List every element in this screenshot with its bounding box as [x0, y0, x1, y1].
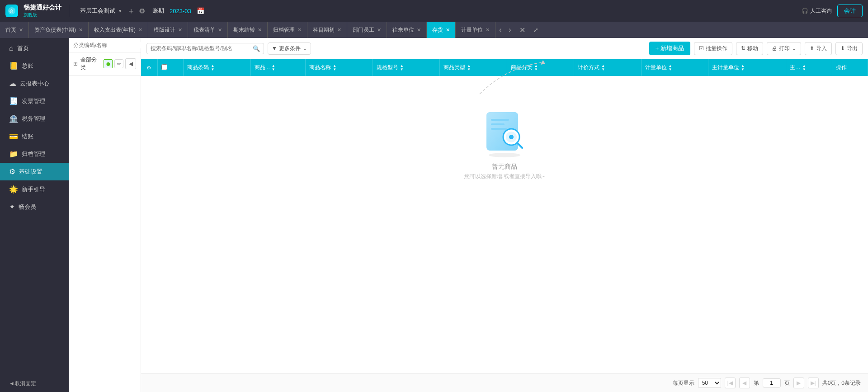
next-page-button[interactable]: ▶: [793, 378, 804, 388]
print-button[interactable]: 🖨 打印 ⌄: [767, 42, 801, 55]
tab-close-icon[interactable]: ✕: [19, 27, 23, 33]
export-label: 导出: [847, 45, 858, 52]
sidebar-item-settings[interactable]: ⚙ 基础设置: [0, 163, 69, 180]
th-type-label: 商品类型: [443, 64, 465, 71]
empty-state: 暂无商品 您可以选择新增,或者直接导入哦~: [141, 76, 868, 208]
filter-label: 更多条件: [279, 45, 301, 52]
empty-illustration: [475, 103, 534, 157]
add-tab-icon[interactable]: ＋: [127, 5, 135, 16]
tab-contacts[interactable]: 往来单位 ✕: [387, 22, 427, 38]
category-search-input[interactable]: [73, 42, 141, 48]
tab-period-transfer[interactable]: 期末结转 ✕: [228, 22, 268, 38]
th-unit[interactable]: 计量单位 ▲▼: [641, 59, 708, 76]
sidebar-item-home[interactable]: ⌂ 首页: [0, 40, 69, 57]
sidebar-item-guide[interactable]: 🌟 新手引导: [0, 180, 69, 198]
sidebar-unpin-button[interactable]: ◄取消固定: [0, 375, 69, 392]
sort-icon[interactable]: ▲▼: [333, 64, 336, 71]
service-button[interactable]: 🎧 人工咨询: [802, 7, 832, 15]
tab-close-icon[interactable]: ✕: [377, 27, 381, 33]
sort-icon[interactable]: ▲▼: [669, 64, 672, 71]
page-number-input[interactable]: [763, 378, 781, 387]
th-extra[interactable]: 主… ▲▼: [786, 59, 832, 76]
company-dropdown-icon[interactable]: ▾: [119, 8, 122, 14]
tab-expand-icon[interactable]: ⤢: [530, 27, 542, 33]
th-sku[interactable]: 商品... ▲▼: [250, 59, 305, 76]
sidebar-item-member[interactable]: ✦ 畅会员: [0, 198, 69, 216]
tab-inventory[interactable]: 存货 ✕: [427, 22, 456, 38]
tab-close-icon[interactable]: ✕: [446, 27, 450, 33]
sidebar-item-ledger[interactable]: 📒 总账: [0, 57, 69, 75]
sort-icon[interactable]: ▲▼: [211, 64, 214, 71]
close-all-tabs-icon[interactable]: ✕: [515, 22, 530, 38]
tab-close-icon[interactable]: ✕: [297, 27, 302, 33]
pagination-bar: 每页显示 50 100 200 |◀ ◀ 第 页 ▶ ▶| 共0页，0条记录: [141, 373, 868, 392]
settings-icon[interactable]: ⚙: [139, 7, 145, 15]
tab-income-statement[interactable]: 收入支出表(年报) ✕: [89, 22, 148, 38]
th-spec[interactable]: 规格型号 ▲▼: [373, 59, 439, 76]
company-name: 基层工会测试: [80, 7, 115, 15]
batch-label: 批量操作: [706, 45, 727, 52]
category-search-area: 🔍: [69, 38, 141, 52]
th-barcode[interactable]: 商品条码 ▲▼: [184, 59, 250, 76]
settings-nav-icon: ⚙: [9, 167, 15, 176]
th-price-method[interactable]: 计价方式 ▲▼: [574, 59, 641, 76]
sort-icon[interactable]: ▲▼: [741, 64, 745, 71]
tab-close-icon[interactable]: ✕: [218, 27, 222, 33]
batch-operation-button[interactable]: ☑ 批量操作: [694, 42, 732, 55]
sort-icon[interactable]: ▲▼: [272, 64, 275, 71]
tab-close-icon[interactable]: ✕: [417, 27, 421, 33]
tab-balance-sheet[interactable]: 资产负债表(中期) ✕: [29, 22, 89, 38]
search-icon[interactable]: 🔍: [253, 45, 260, 52]
th-price-method-label: 计价方式: [578, 64, 599, 71]
collapse-panel-icon[interactable]: ◀: [125, 58, 136, 69]
tab-bar: 首页 ✕ 资产负债表(中期) ✕ 收入支出表(年报) ✕ 模版设计 ✕ 税表清单…: [0, 22, 868, 38]
export-button[interactable]: ⬇ 导出: [835, 42, 863, 55]
tab-close-icon[interactable]: ✕: [337, 27, 341, 33]
print-dropdown-icon: ⌄: [792, 45, 796, 52]
last-page-button[interactable]: ▶|: [808, 378, 819, 388]
th-main-unit[interactable]: 主计量单位 ▲▼: [708, 59, 786, 76]
sidebar-item-checkout[interactable]: 💳 结账: [0, 128, 69, 145]
sort-icon[interactable]: ▲▼: [802, 64, 806, 71]
edit-category-icon[interactable]: ✏: [114, 59, 123, 68]
tab-template-design[interactable]: 模版设计 ✕: [148, 22, 188, 38]
sort-icon[interactable]: ▲▼: [400, 64, 404, 71]
user-role-button[interactable]: 会计: [837, 5, 863, 17]
tab-close-icon[interactable]: ✕: [138, 27, 142, 33]
th-settings[interactable]: ⚙: [141, 59, 157, 76]
first-page-button[interactable]: |◀: [725, 378, 736, 388]
per-page-select[interactable]: 50 100 200: [698, 378, 721, 388]
period-value: 2023-03: [170, 8, 191, 14]
tab-next-icon[interactable]: ›: [505, 22, 514, 38]
prev-page-button[interactable]: ◀: [739, 378, 750, 388]
tab-close-icon[interactable]: ✕: [486, 27, 490, 33]
th-actions: 操作: [832, 59, 868, 76]
tab-unit[interactable]: 计量单位 ✕: [456, 22, 495, 38]
more-filter-button[interactable]: ▼ 更多条件 ⌄: [268, 43, 311, 55]
header-right: 🎧 人工咨询 会计: [802, 5, 863, 17]
tab-prev-icon[interactable]: ‹: [495, 22, 505, 38]
sort-icon[interactable]: ▲▼: [601, 64, 605, 71]
tab-homepage[interactable]: 首页 ✕: [0, 22, 29, 38]
tab-archive[interactable]: 归档管理 ✕: [268, 22, 307, 38]
sidebar-item-cloud-report[interactable]: ☁ 云报表中心: [0, 75, 69, 92]
tab-close-icon[interactable]: ✕: [178, 27, 182, 33]
tab-close-icon[interactable]: ✕: [258, 27, 262, 33]
ledger-icon: 📒: [9, 61, 18, 70]
sidebar-item-archive[interactable]: 📁 归档管理: [0, 145, 69, 163]
tab-tax-list[interactable]: 税表清单 ✕: [188, 22, 228, 38]
th-checkbox[interactable]: [157, 59, 184, 76]
sidebar-item-invoice[interactable]: 🧾 发票管理: [0, 92, 69, 110]
add-product-button[interactable]: + 新增商品: [649, 42, 690, 55]
tab-department[interactable]: 部门员工 ✕: [347, 22, 387, 38]
tab-close-icon[interactable]: ✕: [79, 27, 83, 33]
select-all-checkbox[interactable]: [161, 64, 167, 70]
product-search-input[interactable]: [151, 45, 250, 52]
sidebar-item-tax[interactable]: 🏦 税务管理: [0, 110, 69, 128]
th-name[interactable]: 商品名称 ▲▼: [306, 59, 373, 76]
print-icon: 🖨: [772, 45, 777, 52]
calendar-icon[interactable]: 📅: [197, 7, 204, 14]
tab-subject-init[interactable]: 科目期初 ✕: [307, 22, 347, 38]
import-button[interactable]: ⬆ 导入: [805, 42, 832, 55]
move-button[interactable]: ⇅ 移动: [736, 42, 763, 55]
